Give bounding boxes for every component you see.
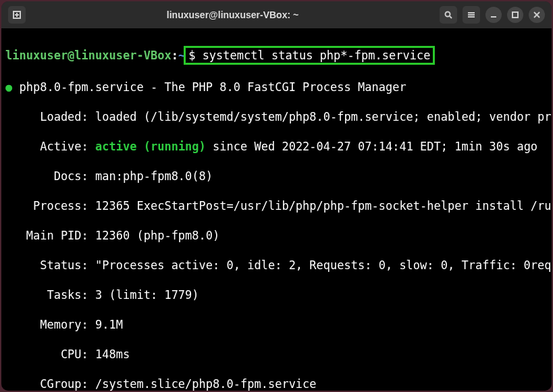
maximize-button[interactable] [507,7,523,23]
output-cgroup: CGroup: /system.slice/php8.0-fpm.service [5,376,548,391]
prompt-user: linuxuser@linuxuser-VBox [5,49,172,62]
minimize-button[interactable] [485,7,502,23]
titlebar: linuxuser@linuxuser-VBox: ~ [1,1,552,28]
prompt-line: linuxuser@linuxuser-VBox:~$ systemctl st… [5,46,548,65]
output-unit: ● php8.0-fpm.service - The PHP 8.0 FastC… [5,80,548,94]
output-loaded: Loaded: loaded (/lib/systemd/system/php8… [5,109,548,124]
prompt-dollar: $ [188,49,202,62]
output-tasks: Tasks: 3 (limit: 1779) [5,287,548,302]
unit-desc: php8.0-fpm.service - The PHP 8.0 FastCGI… [12,80,406,94]
window-title: linuxuser@linuxuser-VBox: ~ [26,7,440,22]
terminal-body[interactable]: linuxuser@linuxuser-VBox:~$ systemctl st… [1,28,552,391]
output-active: Active: active (running) since Wed 2022-… [5,139,548,154]
status-bullet-icon: ● [5,80,12,94]
command-text: systemctl status php*-fpm.service [203,49,431,62]
titlebar-right [440,6,545,24]
output-process: Process: 12365 ExecStartPost=/usr/lib/ph… [5,198,548,213]
svg-line-4 [450,16,452,18]
output-memory: Memory: 9.1M [5,317,548,332]
output-docs: Docs: man:php-fpm8.0(8) [5,169,548,184]
prompt-colon: : [172,49,178,62]
svg-rect-9 [512,12,518,18]
close-button[interactable] [529,7,545,23]
terminal-window: linuxuser@linuxuser-VBox: ~ linuxuser@li… [1,1,552,391]
output-status: Status: "Processes active: 0, idle: 2, R… [5,258,548,273]
output-cpu: CPU: 148ms [5,347,548,362]
active-state: active (running) [95,140,206,153]
search-button[interactable] [440,6,457,24]
command-highlight-box: $ systemctl status php*-fpm.service [184,46,435,65]
output-mainpid: Main PID: 12360 (php-fpm8.0) [5,228,548,243]
svg-point-3 [446,12,450,17]
menu-button[interactable] [463,6,480,24]
new-tab-button[interactable] [8,6,26,24]
titlebar-left [8,6,26,24]
